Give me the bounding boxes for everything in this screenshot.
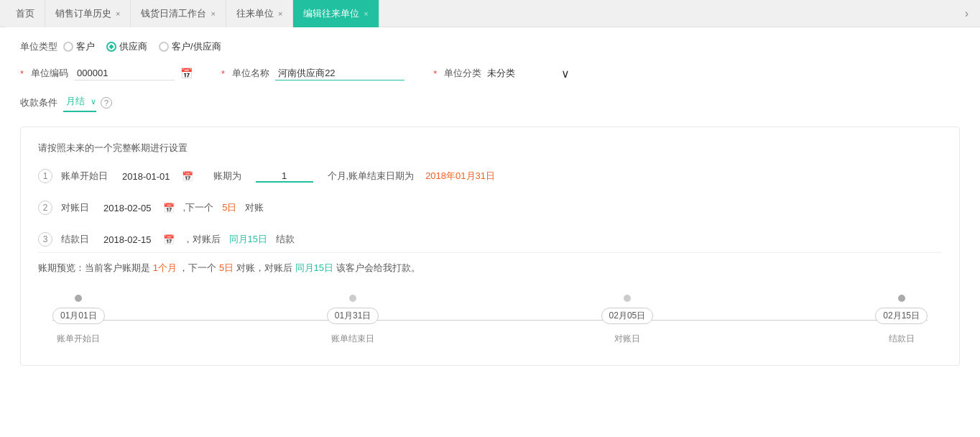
main-content: 单位类型 客户 供应商 客户/供应商 * 单位编码 📅 * 单位名	[0, 27, 980, 437]
unit-name-input[interactable]	[275, 66, 405, 80]
node-dot-start	[75, 295, 82, 302]
tab-sales-history[interactable]: 销售订单历史 ×	[45, 0, 131, 27]
step-row-2: 2 对账日 2018-02-05 📅 ,下一个 5日 对账	[38, 201, 942, 215]
unit-code-calendar-icon[interactable]: 📅	[180, 68, 193, 79]
tab-edit-partner-close[interactable]: ×	[364, 9, 368, 18]
node-dot-reconcile	[624, 295, 631, 302]
unit-category-label: 单位分类	[444, 67, 481, 80]
payment-terms-arrow: ∨	[91, 97, 96, 106]
unit-code-group: * 单位编码 📅	[20, 66, 193, 80]
radio-both-circle	[159, 42, 169, 52]
timeline-track: 01月01日 账单开始日 01月31日 账单结束日 02月05日 对账日	[52, 295, 928, 345]
unit-name-group: * 单位名称	[221, 66, 405, 80]
tab-more-button[interactable]: ›	[959, 7, 974, 20]
timeline-section: 01月01日 账单开始日 01月31日 账单结束日 02月05日 对账日	[38, 283, 942, 351]
step-1-calendar-icon[interactable]: 📅	[182, 171, 193, 182]
tab-cash-work-label: 钱货日清工作台	[141, 7, 206, 20]
step-3-highlight: 同月15日	[229, 233, 267, 246]
step-label-3: 结款日	[61, 233, 89, 246]
tab-sales-history-close[interactable]: ×	[116, 9, 120, 18]
preview-mid2: 对账，对账后	[236, 262, 292, 273]
tab-bar: 首页 销售订单历史 × 钱货日清工作台 × 往来单位 × 编辑往来单位 × ›	[0, 0, 980, 27]
tab-partner[interactable]: 往来单位 ×	[226, 0, 293, 27]
tab-partner-label: 往来单位	[236, 7, 274, 20]
tab-home-label: 首页	[16, 7, 34, 20]
tab-home[interactable]: 首页	[6, 0, 45, 27]
step-3-prefix: ，对账后	[183, 233, 221, 246]
unit-category-value: 未分类	[487, 67, 515, 80]
radio-both-label: 客户/供应商	[172, 40, 221, 53]
period-setup-section: 请按照未来的一个完整帐期进行设置 1 账单开始日 2018-01-01 📅 账期…	[20, 126, 960, 366]
step-2-highlight: 5日	[222, 201, 236, 214]
node-dot-payment	[898, 295, 905, 302]
unit-category-group: * 单位分类 未分类 ∨	[433, 67, 570, 80]
unit-category-required: *	[433, 68, 437, 79]
preview-mid1: ，下一个	[179, 262, 216, 273]
unit-code-required: *	[20, 68, 24, 79]
radio-customer[interactable]: 客户	[63, 40, 95, 53]
payment-terms-label: 收款条件	[20, 96, 57, 109]
tab-cash-work-close[interactable]: ×	[211, 9, 215, 18]
radio-supplier-circle	[106, 42, 116, 52]
step-num-3: 3	[38, 232, 52, 247]
step-period-unit: 个月,账单结束日期为	[328, 170, 415, 183]
radio-supplier-label: 供应商	[119, 40, 147, 53]
unit-type-row: 单位类型 客户 供应商 客户/供应商	[20, 40, 960, 53]
preview-highlight3: 同月15日	[295, 262, 333, 273]
node-badge-payment: 02月15日	[875, 308, 928, 324]
preview-highlight2: 5日	[219, 262, 234, 273]
period-end-date: 2018年01月31日	[425, 170, 495, 183]
payment-terms-dropdown[interactable]: 月结 ∨	[63, 93, 96, 112]
preview-suffix: 该客户会给我打款。	[336, 262, 420, 273]
unit-info-row: * 单位编码 📅 * 单位名称 * 单位分类 未分类 ∨	[20, 66, 960, 80]
timeline-node-start: 01月01日 账单开始日	[52, 295, 105, 345]
step-row-1: 1 账单开始日 2018-01-01 📅 账期为 个月,账单结束日期为 2018…	[38, 169, 942, 183]
unit-name-required: *	[221, 68, 225, 79]
step-date-1: 2018-01-01	[122, 171, 170, 182]
timeline-node-payment: 02月15日 结款日	[875, 295, 928, 345]
step-row-3: 3 结款日 2018-02-15 📅 ，对账后 同月15日 结款	[38, 232, 942, 247]
section-title: 请按照未来的一个完整帐期进行设置	[38, 142, 942, 155]
unit-category-dropdown[interactable]: 未分类 ∨	[487, 67, 570, 80]
step-date-3: 2018-02-15	[103, 234, 152, 245]
tab-edit-partner-label: 编辑往来单位	[303, 7, 359, 20]
timeline-node-reconcile: 02月05日 对账日	[601, 295, 654, 345]
node-dot-end-bill	[349, 295, 356, 302]
node-label-start: 账单开始日	[57, 333, 100, 345]
timeline-nodes: 01月01日 账单开始日 01月31日 账单结束日 02月05日 对账日	[52, 295, 928, 345]
node-badge-start: 01月01日	[52, 308, 105, 324]
radio-customer-label: 客户	[76, 40, 95, 53]
chevron-right-icon: ›	[965, 7, 969, 20]
step-3-calendar-icon[interactable]: 📅	[163, 234, 175, 245]
tab-edit-partner[interactable]: 编辑往来单位 ×	[293, 0, 379, 27]
help-icon[interactable]: ?	[101, 97, 112, 109]
unit-type-label: 单位类型	[20, 40, 57, 53]
radio-supplier[interactable]: 供应商	[106, 40, 147, 53]
unit-code-input[interactable]	[74, 66, 175, 80]
unit-category-arrow: ∨	[561, 67, 570, 80]
payment-terms-row: 收款条件 月结 ∨ ?	[20, 93, 960, 112]
step-date-2: 2018-02-05	[103, 203, 152, 213]
tab-partner-close[interactable]: ×	[278, 9, 282, 18]
tab-sales-history-label: 销售订单历史	[55, 7, 111, 20]
timeline-node-end-bill: 01月31日 账单结束日	[327, 295, 379, 345]
node-label-payment: 结款日	[889, 333, 915, 345]
radio-both[interactable]: 客户/供应商	[159, 40, 221, 53]
step-num-1: 1	[38, 169, 52, 183]
step-label-2: 对账日	[61, 201, 89, 214]
step-3-suffix: 结款	[276, 233, 295, 246]
step-2-calendar-icon[interactable]: 📅	[163, 203, 175, 213]
period-input[interactable]	[256, 170, 313, 183]
node-label-reconcile: 对账日	[614, 333, 640, 345]
preview-section: 账期预览：当前客户账期是 1个月 ，下一个 5日 对账，对账后 同月15日 该客…	[38, 252, 942, 283]
step-period-label: 账期为	[213, 170, 241, 183]
step-2-prefix: ,下一个	[183, 201, 214, 214]
unit-name-label: 单位名称	[232, 67, 269, 80]
preview-prefix: 账期预览：当前客户账期是	[38, 262, 150, 273]
payment-terms-value: 月结	[63, 93, 88, 109]
unit-code-label: 单位编码	[31, 67, 68, 80]
node-label-end-bill: 账单结束日	[331, 333, 374, 345]
tab-cash-work[interactable]: 钱货日清工作台 ×	[131, 0, 226, 27]
step-2-suffix: 对账	[245, 201, 264, 214]
node-badge-reconcile: 02月05日	[601, 308, 654, 324]
